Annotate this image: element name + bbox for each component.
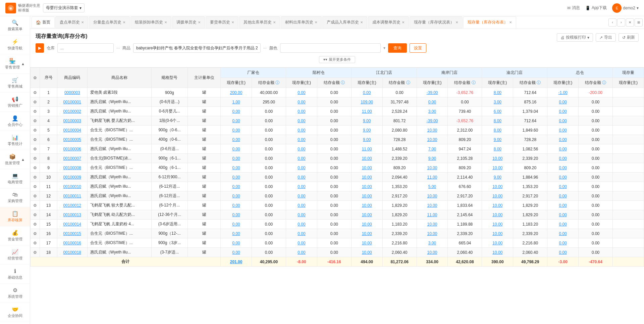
tab-expand-btn[interactable]: ⊞ [635, 18, 643, 27]
sidebar-item-collab[interactable]: 🤝 企业协同 [0, 303, 30, 322]
row-cq[interactable]: 0.00 [286, 135, 317, 144]
row-settings[interactable]: ⚙ [31, 201, 40, 210]
user-menu[interactable]: E demo2 ▾ [612, 3, 639, 13]
row-jbq[interactable]: 11.00 [351, 144, 382, 154]
row-fq[interactable]: 0.00 [221, 210, 252, 220]
gear-icon[interactable]: ⚙ [33, 175, 37, 180]
row-naq[interactable]: 9.00 [417, 154, 448, 163]
row-jbq[interactable]: 10.00 [351, 238, 382, 248]
sidebar-item-search[interactable]: 🔍 搜索英单 [0, 16, 30, 35]
row-code[interactable]: 00100001 [57, 97, 87, 107]
row-ybq[interactable]: 8.00 [482, 144, 513, 154]
row-naq[interactable]: 10.00 [417, 201, 448, 210]
tab-close-cbtzdsd[interactable]: ✕ [402, 20, 405, 24]
row-zq[interactable]: 0.00 [547, 191, 579, 201]
row-cq[interactable]: 0.00 [286, 144, 317, 154]
row-ybq[interactable]: 3.00 [482, 97, 513, 107]
tab-pd[interactable]: 盘点单历史 ✕ [55, 16, 88, 28]
row-cq[interactable]: 0.00 [286, 116, 317, 126]
tab-clckd[interactable]: 材料出库单历史 ✕ [281, 16, 322, 28]
tab-close-dbd[interactable]: ✕ [198, 20, 201, 24]
gear-icon[interactable]: ⚙ [33, 147, 37, 151]
row-zq[interactable]: 0.00 [547, 126, 579, 135]
sidebar-item-operations[interactable]: 📈 经营管理 [0, 245, 30, 265]
gear-icon[interactable]: ⚙ [33, 76, 37, 80]
row-naq[interactable]: 10.00 [417, 220, 448, 229]
row-zq[interactable]: 0.00 [547, 210, 579, 220]
row-ybq[interactable]: 10.00 [482, 201, 513, 210]
row-cq[interactable]: 0.00 [286, 154, 317, 163]
row-cq[interactable]: 0.00 [286, 210, 317, 220]
warehouse-dots[interactable]: ··· [116, 46, 120, 50]
tab-close-all-btn[interactable]: ✕ [626, 18, 634, 27]
row-zq[interactable]: 0.00 [547, 135, 579, 144]
org-selector[interactable]: 母婴行业演示陈套 ▾ [43, 3, 85, 12]
gear-icon[interactable]: ⚙ [33, 203, 37, 208]
row-zq[interactable]: 0.00 [547, 163, 579, 173]
row-naq[interactable]: 3.00 [417, 238, 448, 248]
row-settings[interactable]: ⚙ [31, 173, 40, 182]
row-code[interactable]: 00100004 [57, 126, 87, 135]
row-fq[interactable]: 0.00 [221, 238, 252, 248]
sidebar-item-system[interactable]: ⚙ 系统管理 [0, 284, 30, 303]
row-fq[interactable]: 200.00 [221, 88, 252, 97]
row-jbq[interactable]: 11.00 [351, 107, 382, 116]
row-jbq[interactable]: 0.00 [351, 88, 382, 97]
tab-close-pd[interactable]: ✕ [81, 20, 84, 24]
tab-xckfb[interactable]: 现存量（库存分布表） ✕ [463, 16, 516, 28]
row-settings[interactable]: ⚙ [31, 135, 40, 144]
tab-zpd[interactable]: 组装拆卸单历史 ✕ [130, 16, 171, 28]
row-ybq[interactable]: 10.00 [482, 210, 513, 220]
sidebar-item-member[interactable]: 👤 会员中心 [0, 112, 30, 131]
row-code[interactable]: 00100006 [57, 144, 87, 154]
row-ybq[interactable]: 9.00 [482, 135, 513, 144]
row-code[interactable]: 00100009 [57, 173, 87, 182]
row-ybq[interactable]: 10.00 [482, 163, 513, 173]
message-btn[interactable]: ✉ 消息 [567, 5, 580, 11]
tab-close-ygd[interactable]: ✕ [231, 20, 234, 24]
row-code[interactable]: 00100008 [57, 163, 87, 173]
row-ybq[interactable]: 10.00 [482, 220, 513, 229]
row-settings[interactable]: ⚙ [31, 220, 40, 229]
row-code[interactable]: 00100003 [57, 116, 87, 126]
tab-home[interactable]: 🏠 首页 [32, 16, 55, 28]
row-ybq[interactable]: 8.00 [482, 88, 513, 97]
row-cq[interactable]: 0.00 [286, 201, 317, 210]
row-ybq[interactable]: 9.00 [482, 173, 513, 182]
row-jbq[interactable]: 9.00 [351, 116, 382, 126]
row-fq[interactable]: 1.00 [221, 97, 252, 107]
row-cq[interactable]: 0.00 [286, 191, 317, 201]
row-code[interactable]: 00100015 [57, 229, 87, 238]
row-ybq[interactable]: 10.00 [482, 182, 513, 191]
row-cq[interactable]: 0.00 [286, 248, 317, 257]
tab-dbd[interactable]: 调拨单历史 ✕ [172, 16, 205, 28]
tab-close-fpd[interactable]: ✕ [123, 20, 125, 24]
row-code[interactable]: 00100014 [57, 220, 87, 229]
row-code[interactable]: 00100010 [57, 182, 87, 191]
refresh-btn[interactable]: ↺ 刷新 [619, 33, 639, 42]
row-jbq[interactable]: 10.00 [351, 154, 382, 163]
tab-fpd[interactable]: 分量盘点单历史 ✕ [89, 16, 130, 28]
row-cq[interactable]: 0.00 [286, 97, 317, 107]
row-ybq[interactable]: 6.00 [482, 107, 513, 116]
row-fq[interactable]: 0.00 [221, 135, 252, 144]
gear-icon[interactable]: ⚙ [33, 100, 37, 104]
tab-cprkd[interactable]: 产成品入库单历史 ✕ [322, 16, 367, 28]
row-cq[interactable]: 0.00 [286, 107, 317, 116]
row-naq[interactable]: -39.00 [417, 116, 448, 126]
sidebar-item-guide[interactable]: 🎯 新手引导 [0, 322, 30, 324]
row-cq[interactable]: 0.00 [286, 163, 317, 173]
gear-icon[interactable]: ⚙ [33, 213, 37, 217]
row-code[interactable]: 00100013 [57, 210, 87, 220]
row-naq[interactable]: 10.00 [417, 191, 448, 201]
row-fq[interactable]: 0.00 [221, 220, 252, 229]
tab-next-btn[interactable]: › [617, 18, 625, 27]
row-jbq[interactable]: 109.00 [351, 97, 382, 107]
row-settings[interactable]: ⚙ [31, 248, 40, 257]
row-cq[interactable]: 0.00 [286, 220, 317, 229]
row-cq[interactable]: 0.00 [286, 173, 317, 182]
row-settings[interactable]: ⚙ [31, 191, 40, 201]
gear-icon[interactable]: ⚙ [33, 156, 37, 161]
row-jbq[interactable]: 10.00 [351, 220, 382, 229]
print-btn[interactable]: 🖨 按模板打印 ▾ [557, 33, 593, 42]
